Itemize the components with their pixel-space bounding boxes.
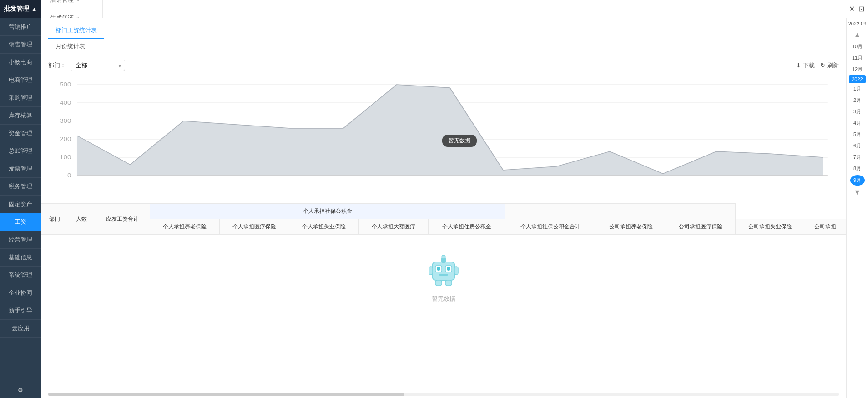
month-7[interactable]: 7月 — [847, 151, 868, 163]
date-nav-up[interactable]: ▲ — [852, 29, 863, 41]
th-count: 人数 — [68, 204, 95, 235]
sub-tab-1[interactable]: 月份统计表 — [48, 39, 104, 55]
sub-tab-0[interactable]: 部门工资统计表 — [48, 23, 104, 39]
sidebar-item-小畅电商[interactable]: 小畅电商 — [0, 54, 41, 71]
close-all-icon[interactable]: ✕ — [849, 5, 855, 13]
sidebar-item-系统管理[interactable]: 系统管理 — [0, 267, 41, 284]
chart-svg: 500 400 300 200 100 0 — [48, 76, 839, 194]
th-personal-major-medical: 个人承担大额医疗 — [359, 219, 429, 235]
table-header-row2: 个人承担养老保险 个人承担医疗保险 个人承担失业保险 个人承担大额医疗 个人承担… — [41, 219, 846, 235]
sidebar-settings[interactable]: ⚙ — [0, 382, 41, 398]
sidebar-item-资金管理[interactable]: 资金管理 — [0, 125, 41, 142]
sidebar-item-税务管理[interactable]: 税务管理 — [0, 178, 41, 196]
th-personal-housing: 个人承担住房公积金 — [429, 219, 505, 235]
toolbar-left: 部门： 全部 — [48, 60, 125, 71]
sidebar-title: 批发管理 — [4, 5, 29, 13]
table-header-row1: 部门 人数 应发工资合计 个人承担社保公积金 — [41, 204, 846, 219]
th-company-medical: 公司承担医疗保险 — [666, 219, 735, 235]
sidebar-item-新手引导[interactable]: 新手引导 — [0, 302, 41, 320]
month-12[interactable]: 12月 — [847, 64, 868, 75]
date-sidebar: 2022.09 ▲ 10月 11月 12月 2022 1月 2月 3月 4月 5… — [846, 18, 868, 398]
sidebar-item-营销推广[interactable]: 营销推广 — [0, 18, 41, 36]
month-11[interactable]: 11月 — [847, 52, 868, 64]
stats-table: 部门 人数 应发工资合计 个人承担社保公积金 个人承担养老保险 个人承担医疗保险… — [41, 203, 846, 235]
th-company-other: 公司承担 — [805, 219, 846, 235]
svg-point-18 — [447, 267, 450, 271]
sidebar-item-固定资产[interactable]: 固定资产 — [0, 196, 41, 213]
download-btn[interactable]: ⬇ 下载 — [796, 61, 815, 70]
month-3[interactable]: 3月 — [847, 106, 868, 117]
svg-rect-23 — [454, 267, 458, 275]
th-personal-insurance-group: 个人承担社保公积金 — [150, 204, 505, 219]
month-6[interactable]: 6月 — [847, 140, 868, 151]
tab-label-3: 店铺管理 — [50, 0, 74, 4]
page: 部门工资统计表月份统计表 部门： 全部 ⬇ 下载 — [41, 18, 846, 398]
sidebar-item-企业协同[interactable]: 企业协同 — [0, 284, 41, 302]
restore-icon[interactable]: ⊡ — [858, 5, 864, 13]
toolbar-right: ⬇ 下载 ↻ 刷新 — [796, 61, 839, 70]
sidebar-item-发票管理[interactable]: 发票管理 — [0, 160, 41, 178]
sub-tabs: 部门工资统计表月份统计表 — [41, 18, 846, 55]
svg-rect-25 — [445, 280, 452, 286]
svg-text:400: 400 — [60, 100, 71, 106]
th-company-group — [505, 204, 735, 219]
th-company-unemployment: 公司承担失业保险 — [735, 219, 805, 235]
svg-point-17 — [437, 267, 440, 271]
tab-item-4[interactable]: 生成凭证× — [45, 9, 103, 19]
month-9-active[interactable]: 9月 — [850, 175, 865, 186]
sidebar-item-工资[interactable]: 工资 — [0, 213, 41, 231]
main-content: 首页门店商品目录×销售单×店铺管理×生成凭证×应收应付调整单×工资表×工资统计报… — [41, 0, 868, 398]
th-personal-unemployment: 个人承担失业保险 — [289, 219, 359, 235]
tab-label-4: 生成凭证 — [50, 14, 74, 19]
no-data-area: 暂无数据 — [41, 235, 846, 321]
sidebar-item-经营管理[interactable]: 经营管理 — [0, 231, 41, 249]
no-data-robot-icon — [425, 253, 462, 289]
th-personal-medical: 个人承担医疗保险 — [220, 219, 289, 235]
month-1[interactable]: 1月 — [847, 83, 868, 95]
svg-text:500: 500 — [60, 81, 71, 87]
th-dept: 部门 — [41, 204, 68, 235]
table-container[interactable]: 部门 人数 应发工资合计 个人承担社保公积金 个人承担养老保险 个人承担医疗保险… — [41, 203, 846, 391]
sidebar: 批发管理 ▲ 营销推广销售管理小畅电商电商管理采购管理库存核算资金管理总账管理发… — [0, 0, 41, 398]
sidebar-item-总账管理[interactable]: 总账管理 — [0, 142, 41, 160]
toolbar: 部门： 全部 ⬇ 下载 ↻ 刷新 — [41, 55, 846, 76]
svg-text:100: 100 — [60, 154, 71, 160]
tab-item-3[interactable]: 店铺管理× — [45, 0, 103, 9]
year-2022-label[interactable]: 2022 — [849, 75, 865, 83]
settings-icon: ⚙ — [18, 387, 23, 393]
month-2[interactable]: 2月 — [847, 95, 868, 106]
sidebar-item-基础信息[interactable]: 基础信息 — [0, 249, 41, 267]
refresh-btn[interactable]: ↻ 刷新 — [820, 61, 839, 70]
dept-label: 部门： — [48, 61, 66, 70]
tab-bar-end: ✕ ⊡ — [849, 5, 864, 13]
sidebar-toggle-icon[interactable]: ▲ — [31, 5, 37, 13]
dept-select[interactable]: 全部 — [71, 60, 125, 71]
horizontal-scrollbar[interactable] — [48, 393, 839, 396]
svg-text:200: 200 — [60, 136, 71, 142]
month-4[interactable]: 4月 — [847, 117, 868, 129]
refresh-label: 刷新 — [827, 61, 839, 70]
date-sidebar-year-label[interactable]: 2022.09 — [847, 18, 868, 29]
th-company-pension: 公司承担养老保险 — [596, 219, 666, 235]
svg-rect-22 — [429, 267, 433, 275]
month-8[interactable]: 8月 — [847, 163, 868, 174]
date-nav-down[interactable]: ▼ — [852, 186, 863, 198]
chart-area: 500 400 300 200 100 0 暂无数据 — [41, 76, 846, 203]
sidebar-item-销售管理[interactable]: 销售管理 — [0, 36, 41, 54]
svg-point-21 — [442, 255, 445, 259]
download-icon: ⬇ — [796, 62, 801, 69]
sidebar-item-库存核算[interactable]: 库存核算 — [0, 107, 41, 125]
svg-text:0: 0 — [67, 172, 71, 178]
sidebar-item-电商管理[interactable]: 电商管理 — [0, 71, 41, 89]
sidebar-item-云应用[interactable]: 云应用 — [0, 320, 41, 338]
svg-rect-24 — [435, 280, 442, 286]
dept-select-wrapper: 全部 — [71, 60, 125, 71]
no-data-text: 暂无数据 — [432, 295, 455, 303]
tab-close-3[interactable]: × — [76, 0, 79, 3]
svg-marker-12 — [77, 85, 823, 176]
scrollbar-thumb[interactable] — [48, 393, 404, 396]
month-5[interactable]: 5月 — [847, 129, 868, 140]
th-personal-total: 个人承担社保公积金合计 — [505, 219, 596, 235]
sidebar-item-采购管理[interactable]: 采购管理 — [0, 89, 41, 107]
month-10[interactable]: 10月 — [847, 41, 868, 52]
